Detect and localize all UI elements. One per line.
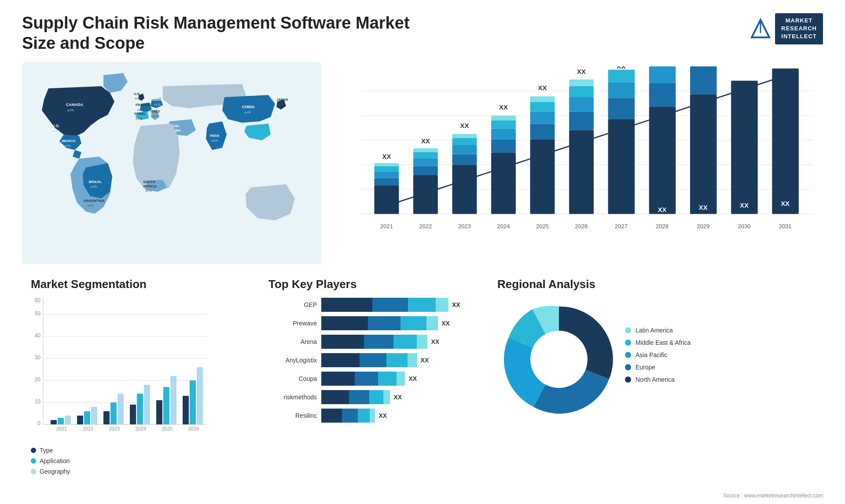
svg-rect-50 [413, 175, 438, 214]
legend-geography: Geography [31, 468, 242, 475]
player-name-riskmethods: riskmethods [268, 394, 317, 401]
svg-rect-74 [530, 102, 555, 111]
svg-rect-143 [197, 367, 203, 424]
players-section: Top Key Players GEP XX [260, 273, 480, 502]
svg-rect-142 [190, 380, 196, 424]
player-name-arena: Arena [268, 338, 317, 345]
svg-text:xx%: xx% [90, 185, 97, 189]
main-container: Supply Chain Risk Management Software Ma… [0, 0, 845, 504]
player-bar-arena: XX [321, 335, 471, 349]
legend-type-dot [31, 448, 36, 453]
dot-middle-east-africa [625, 340, 631, 346]
svg-rect-61 [452, 134, 477, 138]
player-bar-coupa: XX [321, 372, 471, 386]
segmentation-section: Market Segmentation 0 10 20 30 40 50 60 [22, 273, 251, 502]
player-row-riskmethods: riskmethods XX [268, 390, 471, 404]
svg-text:2030: 2030 [738, 223, 750, 230]
svg-rect-134 [137, 394, 143, 424]
player-row-arena: Arena XX [268, 335, 471, 349]
svg-text:U.S.: U.S. [52, 124, 60, 128]
svg-rect-100 [731, 81, 758, 214]
svg-rect-72 [530, 124, 555, 139]
svg-text:XX: XX [740, 202, 749, 209]
svg-text:xx%: xx% [135, 96, 141, 100]
svg-rect-86 [608, 98, 635, 119]
svg-rect-64 [491, 153, 516, 214]
svg-text:2023: 2023 [458, 223, 471, 230]
svg-text:XX: XX [781, 200, 790, 207]
segmentation-legend: Type Application Geography [31, 447, 242, 475]
player-name-prewave: Prewave [268, 320, 317, 327]
svg-rect-46 [374, 166, 399, 172]
svg-text:2022: 2022 [419, 223, 432, 230]
svg-rect-123 [65, 416, 71, 424]
svg-text:2024: 2024 [136, 426, 146, 431]
player-bar-prewave: XX [321, 316, 471, 330]
svg-rect-127 [91, 407, 97, 424]
svg-text:xx%: xx% [64, 144, 70, 148]
svg-text:SPAIN: SPAIN [134, 112, 145, 116]
player-name-resilinc: Resilinc [268, 412, 317, 419]
svg-rect-71 [530, 139, 555, 214]
svg-text:xx%: xx% [145, 189, 152, 193]
svg-rect-85 [608, 119, 635, 214]
legend-north-america: North America [625, 376, 691, 383]
page-title: Supply Chain Risk Management Software Ma… [22, 13, 418, 53]
svg-text:2026: 2026 [575, 223, 588, 230]
svg-rect-122 [58, 418, 64, 424]
svg-rect-131 [118, 394, 124, 424]
player-row-coupa: Coupa XX [268, 372, 471, 386]
svg-rect-92 [649, 83, 676, 106]
legend-middle-east-africa: Middle East & Africa [625, 339, 691, 346]
svg-text:2022: 2022 [83, 426, 93, 431]
legend-asia-pacific: Asia Pacific [625, 351, 691, 358]
svg-rect-125 [77, 416, 83, 424]
bar-chart-svg: XX 2021 XX 2022 XX 2023 [361, 66, 814, 247]
svg-text:CHINA: CHINA [242, 105, 255, 109]
player-name-gep: GEP [268, 301, 317, 308]
svg-rect-80 [569, 97, 594, 112]
svg-text:XX: XX [382, 153, 391, 160]
player-row-gep: GEP XX [268, 298, 471, 312]
player-bar-resilinc: XX [321, 409, 471, 423]
svg-rect-75 [530, 96, 555, 102]
world-map: CANADA xx% U.S. xx% MEXICO xx% BRAZIL xx… [22, 62, 321, 264]
svg-point-145 [530, 331, 588, 388]
svg-text:2024: 2024 [497, 223, 510, 230]
svg-text:xx%: xx% [277, 102, 284, 106]
svg-text:AFRICA: AFRICA [143, 184, 156, 188]
svg-text:50: 50 [35, 310, 41, 317]
svg-text:2021: 2021 [56, 426, 67, 431]
players-title: Top Key Players [268, 278, 471, 291]
svg-rect-51 [413, 166, 438, 175]
legend-geography-label: Geography [40, 468, 70, 475]
source-text: Source : www.marketresearchintellect.com [723, 493, 823, 499]
svg-rect-141 [183, 396, 189, 424]
svg-rect-73 [530, 112, 555, 124]
svg-text:xx%: xx% [152, 114, 158, 118]
svg-text:XX: XX [538, 84, 547, 91]
header: Supply Chain Risk Management Software Ma… [22, 13, 823, 53]
svg-text:XX: XX [577, 68, 586, 75]
svg-text:xx%: xx% [87, 204, 94, 208]
svg-rect-135 [144, 385, 150, 424]
svg-text:xx%: xx% [136, 117, 142, 121]
donut-container: Latin America Middle East & Africa Asia … [497, 298, 814, 412]
bottom-row: Market Segmentation 0 10 20 30 40 50 60 [22, 273, 823, 502]
dot-latin-america [625, 327, 631, 333]
label-north-america: North America [636, 376, 675, 383]
player-row-anylogistix: AnyLogistix XX [268, 353, 471, 367]
svg-rect-66 [491, 129, 516, 139]
dot-europe [625, 364, 631, 370]
svg-text:SOUTH: SOUTH [143, 180, 155, 184]
svg-rect-57 [452, 165, 477, 214]
legend-type-label: Type [40, 447, 53, 454]
svg-rect-138 [163, 387, 169, 424]
svg-text:XX: XX [699, 204, 708, 211]
svg-rect-93 [649, 66, 676, 83]
svg-rect-137 [156, 400, 162, 424]
svg-text:INDIA: INDIA [210, 134, 220, 138]
svg-rect-87 [608, 82, 635, 98]
legend-application-dot [31, 458, 36, 464]
svg-text:MEXICO: MEXICO [62, 139, 76, 143]
